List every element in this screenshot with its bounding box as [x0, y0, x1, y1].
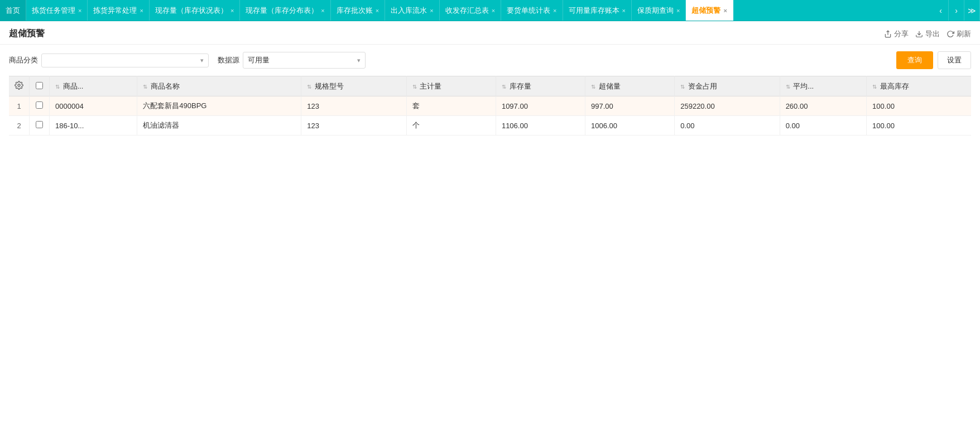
datasource-chevron-icon: ▾: [357, 57, 361, 64]
nav-item-home-label: 首页: [6, 6, 20, 16]
th-capital-label: 资金占用: [688, 82, 717, 90]
nav-item-9-label: 可用量库存账本: [569, 6, 619, 16]
close-icon-2[interactable]: ×: [140, 7, 143, 14]
table-container: ⇅ 商品... ⇅ 商品名称 ⇅ 规格型号 ⇅ 主计量: [0, 76, 980, 135]
sort-icon-code: ⇅: [55, 84, 60, 90]
datasource-select-value: 可用量: [248, 55, 270, 65]
row-code-1: 186-10...: [50, 116, 137, 135]
table-header: ⇅ 商品... ⇅ 商品名称 ⇅ 规格型号 ⇅ 主计量: [9, 76, 971, 96]
nav-prev-btn[interactable]: ‹: [933, 0, 949, 21]
th-code: ⇅ 商品...: [50, 76, 137, 96]
th-capital: ⇅ 资金占用: [675, 76, 780, 96]
refresh-button[interactable]: 刷新: [947, 29, 971, 39]
nav-item-4[interactable]: 现存量（库存分布表） ×: [240, 0, 330, 21]
th-over-label: 超储量: [599, 82, 621, 90]
th-unit-label: 主计量: [420, 82, 441, 90]
sort-icon-capital: ⇅: [680, 84, 685, 90]
close-icon-1[interactable]: ×: [78, 7, 81, 14]
nav-item-1-label: 拣货任务管理: [32, 6, 75, 16]
nav-next-btn[interactable]: ›: [949, 0, 964, 21]
nav-item-home[interactable]: 首页: [0, 0, 26, 21]
th-max-stock-label: 最高库存: [880, 82, 909, 90]
row-over-0: 997.00: [585, 96, 675, 116]
nav-item-6[interactable]: 出入库流水 ×: [385, 0, 439, 21]
category-select[interactable]: ▾: [41, 54, 209, 67]
nav-item-4-label: 现存量（库存分布表）: [246, 6, 318, 16]
top-nav: 首页 拣货任务管理 × 拣货异常处理 × 现存量（库存状况表） × 现存量（库存…: [0, 0, 980, 21]
nav-item-3-label: 现存量（库存状况表）: [155, 6, 228, 16]
share-icon: [884, 30, 892, 38]
nav-item-7[interactable]: 收发存汇总表 ×: [440, 0, 501, 21]
row-checkbox-0[interactable]: [30, 96, 50, 116]
sort-icon-max-stock: ⇅: [872, 84, 877, 90]
page-container: 超储预警 分享 导出 刷新 商品分类 ▾ 数据源: [0, 21, 980, 446]
select-all-checkbox[interactable]: [36, 82, 43, 89]
nav-item-10[interactable]: 保质期查询 ×: [632, 0, 686, 21]
sort-icon-spec: ⇅: [307, 84, 311, 90]
row-name-0: 六配套新昌490BPG: [137, 96, 301, 116]
th-name-label: 商品名称: [151, 82, 180, 90]
datasource-select[interactable]: 可用量 ▾: [243, 52, 366, 69]
nav-item-8[interactable]: 要货单统计表 ×: [501, 0, 563, 21]
th-max-stock: ⇅ 最高库存: [867, 76, 971, 96]
filter-row: 商品分类 ▾ 数据源 可用量 ▾ 查询 设置: [0, 45, 980, 76]
header-actions: 分享 导出 刷新: [884, 29, 971, 39]
export-button[interactable]: 导出: [915, 29, 940, 39]
nav-item-3[interactable]: 现存量（库存状况表） ×: [150, 0, 240, 21]
page-header: 超储预警 分享 导出 刷新: [0, 21, 980, 45]
nav-item-8-label: 要货单统计表: [507, 6, 550, 16]
th-over: ⇅ 超储量: [585, 76, 675, 96]
nav-item-9[interactable]: 可用量库存账本 ×: [563, 0, 632, 21]
nav-item-11-active[interactable]: 超储预警 ×: [686, 0, 733, 21]
query-button[interactable]: 查询: [896, 51, 933, 69]
row-avg-1: 0.00: [780, 116, 866, 135]
table-body: 1 0000004 六配套新昌490BPG 123 套 1097.00 997.…: [9, 96, 971, 135]
close-icon-8[interactable]: ×: [553, 7, 556, 14]
export-label: 导出: [925, 29, 940, 39]
row-unit-1: 个: [406, 116, 496, 135]
row-max-stock-0: 100.00: [867, 96, 971, 116]
nav-item-5-label: 库存批次账: [337, 6, 373, 16]
close-icon-11[interactable]: ×: [723, 7, 727, 14]
row-max-stock-1: 100.00: [867, 116, 971, 135]
sort-icon-unit: ⇅: [412, 84, 417, 90]
nav-item-2-label: 拣货异常处理: [93, 6, 137, 16]
th-stock-label: 库存量: [510, 82, 531, 90]
gear-settings-icon[interactable]: [15, 81, 23, 90]
th-avg-label: 平均...: [793, 82, 814, 90]
category-filter-group: 商品分类 ▾: [9, 54, 209, 67]
row-checkbox-1[interactable]: [30, 116, 50, 135]
nav-item-6-label: 出入库流水: [391, 6, 427, 16]
sort-icon-name: ⇅: [143, 84, 147, 90]
refresh-label: 刷新: [957, 29, 971, 39]
th-unit: ⇅ 主计量: [406, 76, 496, 96]
nav-item-2[interactable]: 拣货异常处理 ×: [88, 0, 149, 21]
th-spec: ⇅ 规格型号: [301, 76, 406, 96]
close-icon-7[interactable]: ×: [492, 7, 495, 14]
row-num-0: 1: [9, 96, 30, 116]
th-gear: [9, 76, 30, 96]
nav-item-1[interactable]: 拣货任务管理 ×: [26, 0, 88, 21]
settings-button[interactable]: 设置: [938, 51, 971, 69]
close-icon-4[interactable]: ×: [321, 7, 324, 14]
category-chevron-icon: ▾: [200, 57, 204, 64]
nav-expand-btn[interactable]: ≫: [964, 0, 980, 21]
close-icon-9[interactable]: ×: [622, 7, 626, 14]
datasource-filter-group: 数据源 可用量 ▾: [218, 52, 366, 69]
close-icon-6[interactable]: ×: [430, 7, 433, 14]
th-name: ⇅ 商品名称: [137, 76, 301, 96]
close-icon-3[interactable]: ×: [230, 7, 234, 14]
nav-item-5[interactable]: 库存批次账 ×: [331, 0, 385, 21]
share-button[interactable]: 分享: [884, 29, 909, 39]
th-checkbox: [30, 76, 50, 96]
refresh-icon: [947, 30, 954, 38]
th-stock: ⇅ 库存量: [496, 76, 585, 96]
row-spec-1: 123: [301, 116, 406, 135]
filter-actions: 查询 设置: [896, 51, 971, 69]
sort-icon-stock: ⇅: [502, 84, 506, 90]
datasource-label: 数据源: [218, 55, 239, 65]
row-over-1: 1006.00: [585, 116, 675, 135]
nav-item-7-label: 收发存汇总表: [445, 6, 489, 16]
close-icon-5[interactable]: ×: [376, 7, 379, 14]
close-icon-10[interactable]: ×: [676, 7, 680, 14]
